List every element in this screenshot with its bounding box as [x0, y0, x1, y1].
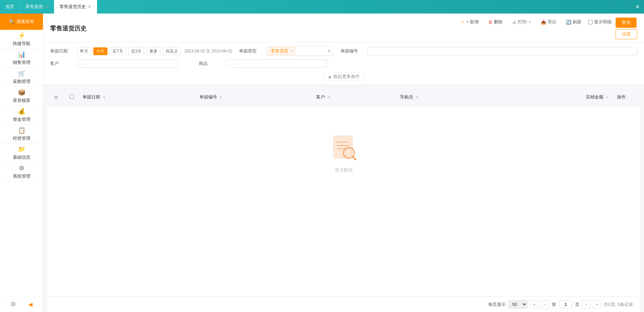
filter-row-1: 单据日期 昨天 今天 近7天 近1月 更多 自定义 2023-06-02 至 2…: [50, 46, 637, 56]
prev-page-button[interactable]: ‹: [541, 300, 549, 309]
sidebar-search-label: 搜索菜单: [17, 19, 34, 25]
delete-label: 删除: [494, 19, 503, 25]
page-title: 零售退货历史: [50, 24, 87, 32]
doc-number-input[interactable]: [367, 47, 637, 55]
page-label: 第: [552, 302, 556, 308]
date-btn-yesterday[interactable]: 昨天: [77, 47, 91, 55]
date-btn-custom[interactable]: 自定义: [163, 47, 181, 55]
sidebar: 🔍 搜索菜单 ⚡ 快捷导航 📊 销售管理 🛒 采购管理 📦 库存核算 💰 资金管…: [0, 14, 43, 312]
tab-home-label: 首页: [5, 4, 14, 10]
sidebar-item-system-mgmt[interactable]: ⚙ 系统管理: [0, 162, 43, 181]
show-detail-label: 显示明细: [594, 19, 612, 25]
goods-input[interactable]: ...: [226, 59, 327, 68]
per-page-select[interactable]: 50 10 20 100: [508, 300, 527, 309]
delete-button[interactable]: 🗑 删除: [485, 18, 505, 26]
th-action-label: 操作: [617, 94, 626, 99]
tab-retail-return-history[interactable]: 零售退货历史 ✕: [54, 0, 97, 14]
sidebar-search[interactable]: 🔍 搜索菜单: [0, 14, 43, 30]
th-doc-date-label: 单据日期: [82, 94, 100, 99]
th-doc-number: 单据编号 ⇅: [195, 89, 312, 106]
tab-retail-return-label: 零售退货: [25, 4, 43, 10]
main-layout: 🔍 搜索菜单 ⚡ 快捷导航 📊 销售管理 🛒 采购管理 📦 库存核算 💰 资金管…: [0, 14, 644, 312]
sidebar-item-quick-nav[interactable]: ⚡ 快捷导航: [0, 30, 43, 49]
doc-number-label: 单据编号: [340, 48, 361, 54]
th-guide-sort[interactable]: ⇅: [415, 95, 418, 99]
date-btn-more[interactable]: 更多: [146, 47, 161, 55]
purchase-icon: 🛒: [18, 70, 25, 77]
page-unit: 页: [575, 302, 579, 308]
sidebar-settings-icon[interactable]: ⚙: [10, 300, 16, 308]
date-btn-last-month[interactable]: 近1月: [128, 47, 145, 55]
sidebar-item-system-mgmt-label: 系统管理: [13, 173, 30, 179]
show-detail-checkbox[interactable]: 显示明细: [588, 19, 612, 25]
th-customer-sort[interactable]: ⇅: [328, 95, 330, 99]
refresh-button[interactable]: 🔄 刷新: [563, 18, 584, 26]
customer-dots: ...: [80, 61, 86, 66]
sidebar-item-inventory-label: 库存核算: [13, 97, 30, 104]
doc-type-tag-text: 零售退货: [271, 48, 288, 54]
sidebar-item-inventory[interactable]: 📦 库存核算: [0, 87, 43, 106]
doc-type-label: 单据类型: [239, 48, 259, 54]
system-mgmt-icon: ⚙: [19, 164, 24, 172]
show-detail-input[interactable]: [588, 20, 593, 24]
th-amount-sort[interactable]: ⇅: [606, 95, 609, 99]
top-bar: 首页 零售退货 ✕ 零售退货历史 ✕ ✕: [0, 0, 644, 14]
last-page-button[interactable]: »: [593, 300, 601, 309]
query-button[interactable]: 查询: [616, 18, 637, 28]
window-close-button[interactable]: ✕: [630, 0, 644, 14]
next-page-button[interactable]: ›: [582, 300, 590, 309]
svg-line-7: [353, 157, 356, 160]
page-input[interactable]: [559, 300, 572, 308]
new-button[interactable]: ＋ + 新增: [458, 18, 481, 26]
refresh-label: 刷新: [573, 19, 581, 25]
svg-point-6: [345, 150, 352, 156]
th-customer-label: 客户: [316, 94, 325, 99]
goods-dots: ...: [229, 61, 235, 66]
doc-type-select[interactable]: 零售退货 ✕ ▼: [266, 46, 334, 56]
sidebar-item-purchase-mgmt[interactable]: 🛒 采购管理: [0, 68, 43, 87]
filter-area: 单据日期 昨天 今天 近7天 近1月 更多 自定义 2023-06-02 至 2…: [43, 42, 644, 85]
tab-home[interactable]: 首页: [0, 0, 20, 14]
sidebar-item-finance[interactable]: 💰 资金管理: [0, 106, 43, 125]
sidebar-item-finance-label: 资金管理: [13, 116, 30, 122]
date-btn-last7[interactable]: 近7天: [110, 47, 126, 55]
print-label: 打印: [518, 19, 527, 25]
doc-type-tag-close[interactable]: ✕: [290, 49, 293, 53]
table-header-row: ⚙ 单据日期 ⇅ 单据编号 ⇅: [47, 89, 640, 106]
th-doc-number-sort[interactable]: ⇅: [219, 95, 222, 99]
tab-retail-return-history-close[interactable]: ✕: [88, 4, 91, 9]
column-settings-button[interactable]: ⚙: [51, 92, 61, 102]
export-button[interactable]: 📤 导出: [538, 18, 559, 26]
empty-label: 暂无数据: [335, 167, 353, 173]
export-label: 导出: [548, 19, 556, 25]
sidebar-item-purchase-label: 采购管理: [13, 79, 30, 85]
tab-retail-return-close[interactable]: ✕: [45, 4, 48, 9]
th-doc-date: 单据日期 ⇅: [78, 89, 195, 106]
date-btn-today[interactable]: 今天: [93, 47, 108, 55]
filter-row-2: 客户 ... 商品 ...: [50, 59, 637, 68]
per-page-label: 每页显示: [488, 302, 506, 308]
date-filter-label: 单据日期: [50, 48, 70, 54]
th-doc-date-sort[interactable]: ⇅: [103, 95, 105, 99]
date-filter-buttons: 昨天 今天 近7天 近1月 更多 自定义 2023-06-02 至 2023-0…: [77, 47, 232, 55]
tab-retail-return[interactable]: 零售退货 ✕: [20, 0, 54, 14]
first-page-button[interactable]: «: [530, 300, 538, 309]
select-all-checkbox[interactable]: [70, 94, 74, 99]
settings-button[interactable]: 设置: [616, 29, 637, 39]
th-guide-label: 导购员: [400, 94, 413, 99]
customer-input[interactable]: ...: [77, 59, 178, 68]
sidebar-item-basic-info[interactable]: 📁 基础信息: [0, 143, 43, 162]
toolbar: ＋ + 新增 🗑 删除 🖨 打印 ▼ 📤 导出: [458, 18, 612, 26]
sidebar-item-sales-mgmt[interactable]: 📊 销售管理: [0, 49, 43, 68]
th-customer: 客户 ⇅: [312, 89, 396, 106]
collapse-button[interactable]: ▲ 收起更多条件: [323, 72, 364, 81]
sidebar-item-operations[interactable]: 📋 经营管理: [0, 125, 43, 143]
print-button[interactable]: 🖨 打印 ▼: [509, 18, 534, 26]
doc-type-tag: 零售退货 ✕: [268, 47, 295, 55]
sidebar-collapse-icon[interactable]: ◀: [28, 301, 32, 308]
sidebar-item-sales-label: 销售管理: [13, 60, 30, 66]
empty-state: 暂无数据: [47, 106, 640, 200]
page-header: 零售退货历史 ＋ + 新增 🗑 删除 🖨 打印 ▼: [43, 14, 644, 42]
th-guide: 导购员 ⇅: [396, 89, 496, 106]
table-container: ⚙ 单据日期 ⇅ 单据编号 ⇅: [47, 89, 640, 296]
